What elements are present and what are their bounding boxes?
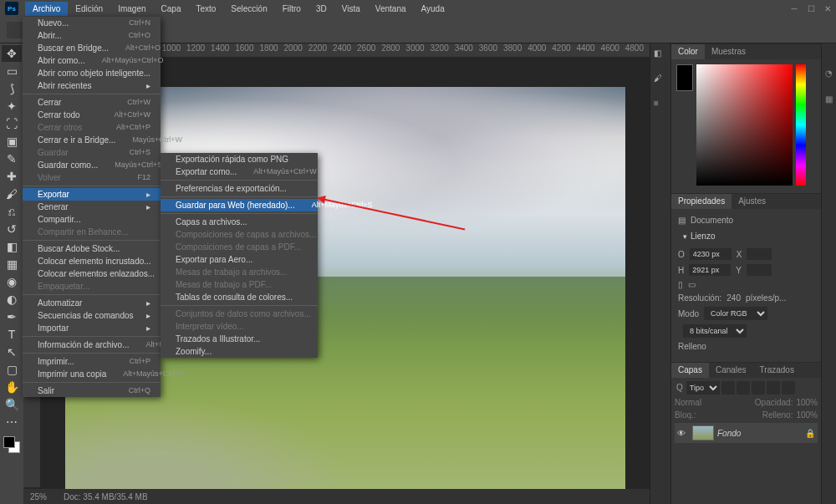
menu-item[interactable]: Abrir...Ctrl+O	[23, 29, 161, 42]
menu-3d[interactable]: 3D	[308, 2, 334, 16]
mode-select[interactable]: Color RGB	[704, 307, 767, 320]
menu-item[interactable]: Exportar▸	[23, 188, 161, 201]
menu-item[interactable]: Abrir recientes▸	[23, 79, 161, 92]
marquee-tool[interactable]: ▭	[2, 63, 22, 79]
height-input[interactable]	[689, 264, 731, 276]
menu-item[interactable]: Buscar en Bridge...Alt+Ctrl+O	[23, 42, 161, 54]
wand-tool[interactable]: ✦	[2, 98, 22, 115]
menu-item[interactable]: Generar▸	[23, 201, 161, 213]
opacity-value[interactable]: 100%	[796, 398, 818, 407]
lock-icon[interactable]: 🔒	[805, 429, 815, 438]
path-tool[interactable]: ↖	[2, 344, 22, 360]
filter-shape-icon[interactable]	[767, 381, 780, 395]
menu-item[interactable]: Guardar para Web (heredado)...Alt+Mayús+…	[161, 199, 318, 211]
menu-item[interactable]: Imprimir una copiaAlt+Mayús+Ctrl+P	[23, 368, 161, 380]
menu-item[interactable]: Colocar elementos enlazados...	[23, 267, 161, 280]
crop-tool[interactable]: ⛶	[2, 115, 22, 132]
width-input[interactable]	[690, 248, 732, 260]
gradient-tool[interactable]: ▦	[2, 256, 22, 272]
pen-tool[interactable]: ✒	[2, 308, 22, 325]
blur-tool[interactable]: ◉	[2, 273, 22, 290]
color-field[interactable]	[696, 64, 793, 186]
zoom-level[interactable]: 25%	[30, 492, 47, 501]
menu-item[interactable]: Zoomify...	[161, 345, 318, 358]
menu-capa[interactable]: Capa	[154, 2, 189, 16]
depth-select[interactable]: 8 bits/canal	[683, 324, 747, 338]
menu-item[interactable]: Guardar como...Mayús+Ctrl+S	[23, 159, 161, 171]
hue-strip[interactable]	[796, 64, 806, 186]
menu-item[interactable]: Preferencias de exportación...	[161, 182, 318, 195]
menu-vista[interactable]: Vista	[334, 2, 368, 16]
libraries-icon[interactable]: ▦	[825, 94, 833, 104]
menu-selección[interactable]: Selección	[223, 2, 274, 16]
filter-adjust-icon[interactable]	[737, 381, 750, 395]
eraser-tool[interactable]: ◧	[2, 238, 22, 255]
layers-tab[interactable]: Capas	[671, 363, 709, 378]
heal-tool[interactable]: ✚	[2, 168, 22, 185]
menu-item[interactable]: SalirCtrl+Q	[23, 384, 161, 397]
menu-item[interactable]: Capas a archivos...	[161, 216, 318, 228]
menu-imagen[interactable]: Imagen	[110, 2, 153, 16]
frame-tool[interactable]: ▣	[2, 133, 22, 150]
filter-type-icon[interactable]	[752, 381, 765, 395]
menu-ventana[interactable]: Ventana	[368, 2, 414, 16]
menu-item[interactable]: Abrir como...Alt+Mayús+Ctrl+O	[23, 54, 161, 67]
learn-icon[interactable]: ◔	[825, 69, 833, 78]
menu-item[interactable]: Secuencias de comandos▸	[23, 309, 161, 322]
close-button[interactable]: ✕	[819, 0, 836, 17]
lasso-tool[interactable]: ⟆	[2, 80, 22, 97]
menu-item[interactable]: Información de archivo...Alt+Mayús+Ctrl+…	[23, 339, 161, 351]
menu-item[interactable]: Cerrar e ir a Bridge...Mayús+Ctrl+W	[23, 134, 161, 146]
menu-item[interactable]: Imprimir...Ctrl+P	[23, 355, 161, 368]
color-result-swatch[interactable]	[676, 64, 693, 91]
history-brush-tool[interactable]: ↺	[2, 221, 22, 237]
adjustments-tab[interactable]: Ajustes	[732, 194, 772, 209]
brush-tool[interactable]: 🖌	[2, 186, 22, 202]
history-icon[interactable]: ◧	[654, 48, 667, 62]
menu-item[interactable]: Exportar para Aero...	[161, 253, 318, 266]
brush-icon[interactable]: 🖌	[654, 74, 667, 87]
y-input[interactable]	[747, 264, 772, 276]
zoom-tool[interactable]: 🔍	[2, 396, 22, 413]
brush-settings-icon[interactable]: ≡	[654, 99, 667, 112]
tool-preset-icon[interactable]	[7, 22, 23, 38]
menu-item[interactable]: Compartir...	[23, 213, 161, 226]
channels-tab[interactable]: Canales	[709, 363, 753, 378]
layer-row[interactable]: 👁 Fondo 🔒	[675, 423, 818, 443]
edit-toolbar[interactable]: ⋯	[2, 414, 22, 430]
menu-item[interactable]: Exportación rápida como PNG	[161, 153, 318, 165]
blend-mode[interactable]: Normal	[675, 398, 701, 407]
orientation-landscape-icon[interactable]: ▭	[688, 280, 696, 289]
menu-item[interactable]: Tablas de consulta de colores...	[161, 291, 318, 303]
dodge-tool[interactable]: ◐	[2, 291, 22, 308]
menu-archivo[interactable]: Archivo	[25, 2, 68, 16]
menu-item[interactable]: Colocar elemento incrustado...	[23, 255, 161, 267]
layer-thumbnail[interactable]	[692, 425, 714, 440]
menu-filtro[interactable]: Filtro	[275, 2, 308, 16]
eyedropper-tool[interactable]: ✎	[2, 150, 22, 167]
kind-filter[interactable]: Tipo	[686, 381, 720, 395]
orientation-portrait-icon[interactable]: ▯	[678, 280, 683, 289]
menu-item[interactable]: Trazados a Illustrator...	[161, 333, 318, 345]
properties-tab[interactable]: Propiedades	[671, 194, 732, 209]
move-tool[interactable]: ✥	[2, 45, 22, 62]
menu-item[interactable]: Importar▸	[23, 322, 161, 334]
filter-pixel-icon[interactable]	[721, 381, 735, 395]
canvas-section[interactable]: ▾ Lienzo	[678, 229, 814, 243]
maximize-button[interactable]: ☐	[803, 0, 819, 17]
menu-item[interactable]: Cerrar todoAlt+Ctrl+W	[23, 109, 161, 121]
paths-tab[interactable]: Trazados	[753, 363, 801, 378]
shape-tool[interactable]: ▢	[2, 361, 22, 378]
filter-smart-icon[interactable]	[782, 381, 795, 395]
layer-name[interactable]: Fondo	[717, 429, 741, 438]
x-input[interactable]	[747, 248, 772, 260]
swatches-tab[interactable]: Muestras	[705, 44, 752, 59]
kind-filter-label[interactable]: Q	[675, 381, 685, 395]
menu-item[interactable]: Buscar Adobe Stock...	[23, 242, 161, 255]
foreground-color-swatch[interactable]	[3, 436, 15, 448]
color-swatches[interactable]	[3, 436, 20, 453]
visibility-icon[interactable]: 👁	[677, 429, 689, 438]
type-tool[interactable]: T	[2, 326, 22, 343]
menu-item[interactable]: CerrarCtrl+W	[23, 96, 161, 109]
menu-item[interactable]: Exportar como...Alt+Mayús+Ctrl+W	[161, 165, 318, 178]
